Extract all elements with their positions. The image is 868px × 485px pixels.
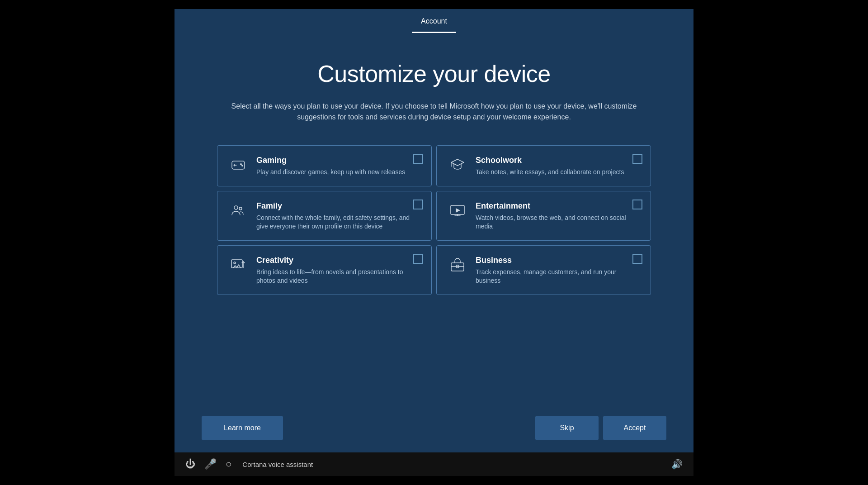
business-checkbox[interactable]: [632, 254, 642, 264]
entertainment-title: Entertainment: [476, 201, 640, 211]
svg-rect-14: [451, 263, 464, 271]
business-text: Business Track expenses, manage customer…: [476, 255, 640, 285]
creativity-icon: [228, 255, 248, 275]
svg-point-5: [242, 165, 243, 166]
gaming-icon: [228, 155, 248, 175]
entertainment-desc: Watch videos, browse the web, and connec…: [476, 214, 640, 231]
options-grid: Gaming Play and discover games, keep up …: [217, 145, 651, 295]
page-subtitle: Select all the ways you plan to use your…: [231, 101, 637, 123]
option-gaming[interactable]: Gaming Play and discover games, keep up …: [217, 145, 432, 186]
taskbar: ⏻ 🎤 ○ Cortana voice assistant 🔊: [175, 452, 693, 476]
bottom-bar: Learn more Skip Accept: [175, 404, 693, 452]
action-buttons: Skip Accept: [535, 416, 666, 440]
creativity-desc: Bring ideas to life—from novels and pres…: [256, 268, 420, 285]
schoolwork-title: Schoolwork: [476, 156, 640, 165]
creativity-text: Creativity Bring ideas to life—from nove…: [256, 255, 420, 285]
schoolwork-icon: [448, 155, 467, 175]
main-content: Customize your device Select all the way…: [175, 33, 693, 404]
gaming-desc: Play and discover games, keep up with ne…: [256, 168, 420, 177]
option-creativity[interactable]: Creativity Bring ideas to life—from nove…: [217, 245, 432, 295]
option-schoolwork[interactable]: Schoolwork Take notes, write essays, and…: [436, 145, 651, 186]
volume-icon[interactable]: 🔊: [671, 459, 683, 470]
svg-point-13: [234, 262, 236, 264]
business-title: Business: [476, 256, 640, 265]
schoolwork-text: Schoolwork Take notes, write essays, and…: [476, 155, 640, 177]
family-title: Family: [256, 201, 420, 211]
family-icon: [228, 200, 248, 220]
gaming-checkbox[interactable]: [413, 154, 423, 164]
business-icon: [448, 255, 467, 275]
svg-point-7: [239, 207, 242, 210]
power-icon[interactable]: ⏻: [185, 458, 195, 470]
cortana-icon[interactable]: ○: [226, 458, 231, 470]
skip-button[interactable]: Skip: [535, 416, 599, 440]
svg-point-4: [241, 164, 241, 165]
schoolwork-desc: Take notes, write essays, and collaborat…: [476, 168, 640, 177]
learn-more-button[interactable]: Learn more: [202, 416, 283, 440]
creativity-checkbox[interactable]: [413, 254, 423, 264]
business-desc: Track expenses, manage customers, and ru…: [476, 268, 640, 285]
family-desc: Connect with the whole family, edit safe…: [256, 214, 420, 231]
svg-marker-11: [456, 208, 460, 213]
cortana-label: Cortana voice assistant: [242, 461, 313, 468]
gaming-text: Gaming Play and discover games, keep up …: [256, 155, 420, 177]
accept-button[interactable]: Accept: [603, 416, 666, 440]
entertainment-icon: [448, 200, 467, 220]
family-checkbox[interactable]: [413, 200, 423, 209]
creativity-title: Creativity: [256, 256, 420, 265]
option-business[interactable]: Business Track expenses, manage customer…: [436, 245, 651, 295]
gaming-title: Gaming: [256, 156, 420, 165]
schoolwork-checkbox[interactable]: [632, 154, 642, 164]
entertainment-checkbox[interactable]: [632, 200, 642, 209]
top-nav: Account: [175, 9, 693, 33]
option-entertainment[interactable]: Entertainment Watch videos, browse the w…: [436, 191, 651, 241]
svg-rect-12: [231, 260, 242, 268]
microphone-icon[interactable]: 🎤: [204, 458, 217, 470]
entertainment-text: Entertainment Watch videos, browse the w…: [476, 200, 640, 231]
page-title: Customize your device: [317, 60, 551, 87]
option-family[interactable]: Family Connect with the whole family, ed…: [217, 191, 432, 241]
svg-point-6: [234, 206, 238, 209]
family-text: Family Connect with the whole family, ed…: [256, 200, 420, 231]
nav-item-account[interactable]: Account: [412, 17, 456, 33]
